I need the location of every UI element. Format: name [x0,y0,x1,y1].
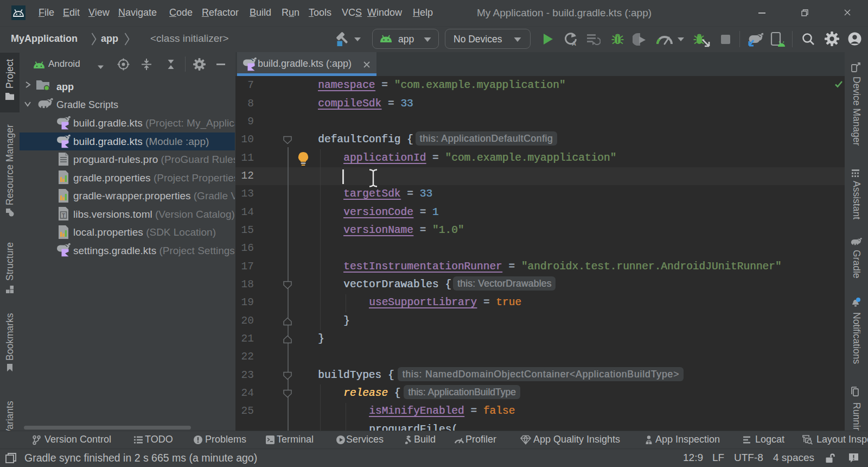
svg-text:A: A [572,40,576,47]
svg-text:T: T [62,213,65,219]
